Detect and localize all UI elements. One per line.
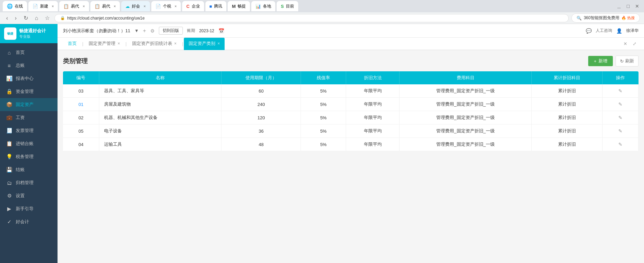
guide-icon: ▶ (6, 206, 12, 212)
fixed-assets-icon: 📦 (6, 101, 12, 108)
edit-icon[interactable]: ✎ (618, 101, 622, 107)
sidebar-item-label: 设置 (16, 193, 25, 199)
url-bar[interactable]: 🔒 https://cloud.chanjet.com/accounting/u… (54, 14, 569, 22)
sidebar-item-purchase-sales[interactable]: 📋 进销台账 (0, 137, 58, 150)
home-button[interactable]: ⌂ (33, 14, 40, 22)
old-version-button[interactable]: 切到旧版 (159, 27, 183, 35)
row-period: 120 (222, 111, 301, 124)
help-label[interactable]: 人工咨询 (596, 28, 612, 34)
sidebar-item-ledger[interactable]: ≡ 总账 (0, 59, 58, 72)
sidebar-item-label: 工资 (16, 115, 25, 121)
period-label: 账期 (187, 28, 195, 34)
refresh-button[interactable]: ↻ (22, 14, 30, 22)
edit-icon[interactable]: ✎ (618, 128, 622, 134)
tab-expand-window[interactable]: ⤢ (631, 40, 639, 47)
tab-label: 企业 (192, 3, 200, 9)
sidebar-item-checkout[interactable]: 💾 结账 (0, 163, 58, 176)
page-tab-category[interactable]: 固定资产类别 × (184, 38, 225, 50)
edit-icon[interactable]: ✎ (618, 88, 622, 94)
window-maximize[interactable]: □ (625, 2, 632, 10)
sidebar-item-settings[interactable]: ⚙ 设置 (0, 189, 58, 202)
browser-tab-new[interactable]: 📄 新建 × (28, 1, 58, 11)
row-method: 年限平均 (346, 84, 400, 98)
sidebar-item-home[interactable]: ⌂ 首页 (0, 46, 58, 59)
tab-separator: | (82, 41, 83, 46)
archive-icon: 🗂 (6, 180, 12, 186)
add-button[interactable]: + 新增 (588, 56, 613, 66)
edit-icon[interactable]: ✎ (618, 142, 622, 147)
sidebar-item-report[interactable]: 📊 报表中心 (0, 72, 58, 85)
browser-tab-miquan[interactable]: S 目前 (277, 1, 298, 11)
page-tab-fixed-asset-mgmt[interactable]: 固定资产管理 × (84, 38, 125, 50)
sidebar-item-archive[interactable]: 🗂 归档管理 (0, 176, 58, 189)
window-close[interactable]: ✕ (633, 2, 641, 10)
checkout-icon: 💾 (6, 167, 12, 173)
add-account-icon[interactable]: + (143, 28, 146, 34)
back-button[interactable]: ‹ (4, 14, 10, 22)
row-action: ✎ (602, 98, 638, 111)
sidebar-item-label: 税务管理 (16, 154, 34, 160)
row-expense: 管理费用_固定资产折旧_一级 (400, 138, 532, 151)
logo-text: 畅捷 (7, 32, 13, 36)
refresh-button[interactable]: ↻ 刷新 (616, 56, 639, 67)
row-expense: 管理费用_固定资产折旧_一级 (400, 124, 532, 138)
browser-tab-tencent[interactable]: ■ 腾讯 (205, 1, 227, 11)
browser-tab-gedi[interactable]: 📊 各地 (251, 1, 275, 11)
dropdown-icon[interactable]: ▼ (134, 28, 139, 33)
browser-tab-gesui[interactable]: 📄 个税 × (151, 1, 181, 11)
sidebar-nav: ⌂ 首页 ≡ 总账 📊 报表中心 🔒 资金管理 📦 固定资产 💼 工资 (0, 43, 58, 263)
tab-close-icon[interactable]: × (52, 4, 54, 8)
search-text: 360智能抠图免费用 (584, 15, 619, 21)
sidebar-item-payroll[interactable]: 💼 工资 (0, 111, 58, 124)
tab-close-icon[interactable]: × (217, 41, 220, 46)
page-tabs: 首页 | 固定资产管理 × | 固定资产折旧统计表 × | 固定资产类别 × ✕… (58, 38, 644, 50)
browser-tab-yidai1[interactable]: 📋 易代 × (59, 1, 89, 11)
tab-close-icon[interactable]: × (117, 41, 120, 46)
row-action: ✎ (602, 84, 638, 98)
browser-tab-haohui[interactable]: ☁ 好会 × (121, 1, 150, 11)
window-minimize[interactable]: ＿ (615, 2, 623, 10)
ledger-icon: ≡ (6, 63, 12, 69)
browser-tab-yidai2[interactable]: 📋 易代 × (90, 1, 120, 11)
page-tab-home[interactable]: 首页 (63, 38, 81, 50)
address-bar: ‹ › ↻ ⌂ ☆ 🔒 https://cloud.chanjet.com/ac… (0, 12, 644, 24)
tab-label: 在线 (15, 3, 23, 9)
row-action: ✎ (602, 124, 638, 138)
col-header-expense: 费用科目 (400, 71, 532, 84)
browser-tab-enterprise[interactable]: C 企业 (182, 1, 204, 11)
sidebar-item-guide[interactable]: ▶ 新手引导 (0, 202, 58, 215)
tab-close-icon[interactable]: × (175, 4, 177, 8)
bookmark-button[interactable]: ☆ (43, 14, 52, 22)
col-header-accumulated: 累计折旧科目 (531, 71, 602, 84)
action-buttons: + 新增 ↻ 刷新 (588, 56, 639, 67)
tab-close-icon[interactable]: × (174, 41, 177, 46)
row-expense: 管理费用_固定资产折旧_一级 (400, 111, 532, 124)
tab-close-icon[interactable]: × (143, 4, 146, 8)
sidebar-item-fixed-assets[interactable]: 📦 固定资产 (0, 98, 58, 111)
row-code[interactable]: 01 (63, 98, 99, 111)
tab-close-icon[interactable]: × (83, 4, 85, 8)
sidebar-item-label: 固定资产 (16, 101, 34, 108)
browser-tab-changte[interactable]: M 畅提 (228, 1, 250, 11)
row-code: 02 (63, 111, 99, 124)
table-row: 01 房屋及建筑物 240 5% 年限平均 管理费用_固定资产折旧_一级 累计折… (63, 98, 639, 111)
sidebar-item-invoice[interactable]: 🧾 发票管理 (0, 124, 58, 137)
row-residual: 5% (301, 124, 346, 138)
sidebar-item-label: 进销台账 (16, 141, 34, 147)
period-value: 2023-12 (199, 28, 214, 33)
sidebar-item-tax[interactable]: 💡 税务管理 (0, 150, 58, 163)
sidebar-item-more[interactable]: ✓ 好会计 (0, 215, 58, 228)
sidebar-item-capital[interactable]: 🔒 资金管理 (0, 85, 58, 98)
tab-close-icon[interactable]: × (114, 4, 116, 8)
search-bar[interactable]: 🔍 360智能抠图免费用 🔥 热搜 (571, 13, 640, 23)
app-edition: 专业版 (19, 34, 46, 39)
page-tab-depreciation[interactable]: 固定资产折旧统计表 × (127, 38, 181, 50)
col-header-name: 名称 (99, 71, 222, 84)
calendar-icon[interactable]: 📅 (218, 28, 224, 34)
forward-button[interactable]: › (13, 14, 18, 22)
tab-close-window[interactable]: ✕ (621, 40, 629, 47)
col-header-action: 操作 (602, 71, 638, 84)
settings-gear-icon[interactable]: ⚙ (150, 28, 155, 34)
browser-tab-online[interactable]: 🌐 在线 (3, 1, 27, 11)
edit-icon[interactable]: ✎ (618, 115, 622, 120)
